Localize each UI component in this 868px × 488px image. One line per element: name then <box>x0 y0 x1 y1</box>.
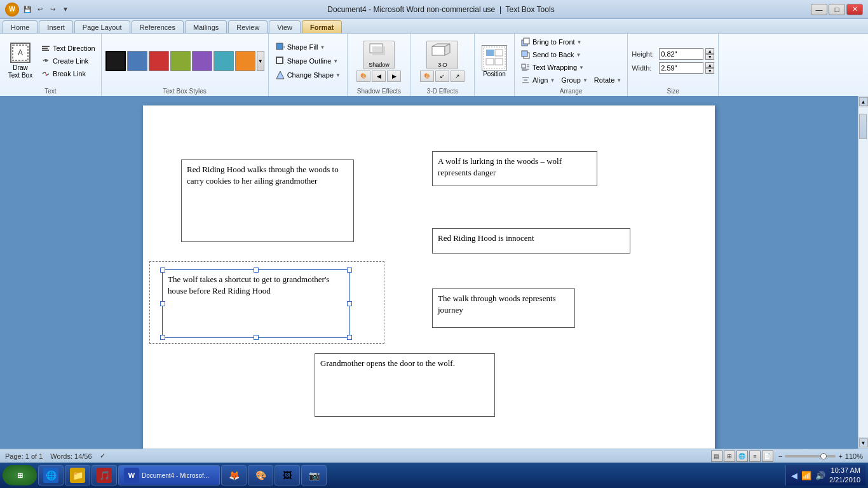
tab-page-layout[interactable]: Page Layout <box>74 20 130 33</box>
tab-insert[interactable]: Insert <box>39 20 73 33</box>
send-to-back-button[interactable]: Send to Back ▼ <box>519 49 623 60</box>
system-clock[interactable]: 10:37 AM 2/21/2010 <box>829 466 860 485</box>
zoom-thumb[interactable] <box>820 453 827 459</box>
handle-tl[interactable] <box>160 268 165 273</box>
swatch-orange[interactable] <box>235 51 255 71</box>
text-box-1[interactable]: Red Riding Hood walks through the woods … <box>181 159 354 242</box>
svg-rect-18 <box>495 58 503 65</box>
height-spin-down[interactable]: ▼ <box>705 54 714 60</box>
media-icon: 🎵 <box>97 468 112 483</box>
handle-tr[interactable] <box>347 268 352 273</box>
width-spin-down[interactable]: ▼ <box>705 68 714 74</box>
taskbar-paint-button[interactable]: 🎨 <box>248 465 273 485</box>
tab-references[interactable]: References <box>132 20 184 33</box>
shape-outline-button[interactable]: Shape Outline ▼ <box>273 55 343 67</box>
dropdown-button[interactable]: ▼ <box>60 4 71 15</box>
handle-ml[interactable] <box>160 301 165 306</box>
swatch-red[interactable] <box>149 51 169 71</box>
swatch-green[interactable] <box>170 51 191 71</box>
text-box-5[interactable]: The walk through woods represents journe… <box>432 288 575 328</box>
text-box-3[interactable]: Red Riding Hood is innocent <box>432 228 630 254</box>
text-box-6[interactable]: Grandmother opens the door to the wolf. <box>315 353 495 417</box>
start-button[interactable]: ⊞ <box>3 465 37 485</box>
close-button[interactable]: ✕ <box>846 4 863 15</box>
ribbon-group-shadow: Shadow 🎨 ◀ ▶ Shadow Effects <box>348 34 411 96</box>
shadow-nudge-left-button[interactable]: ◀ <box>372 71 386 82</box>
position-button[interactable]: Position <box>478 42 510 81</box>
tab-format[interactable]: Format <box>302 20 342 33</box>
create-link-icon <box>41 56 51 66</box>
shadow-effects-button[interactable]: Shadow <box>363 41 395 69</box>
shadow-color-button[interactable]: 🎨 <box>356 71 370 82</box>
web-layout-button[interactable]: 🌐 <box>736 451 748 462</box>
3d-tilt-left-button[interactable]: ↙ <box>435 71 449 82</box>
styles-group-label: Text Box Styles <box>102 88 268 95</box>
handle-bl[interactable] <box>160 335 165 340</box>
bring-front-icon <box>520 37 531 47</box>
zoom-in-button[interactable]: + <box>838 452 842 460</box>
minimize-button[interactable]: — <box>811 4 827 15</box>
change-shape-button[interactable]: Change Shape ▼ <box>273 69 343 81</box>
3d-tilt-right-button[interactable]: ↗ <box>451 71 465 82</box>
redo-button[interactable]: ↪ <box>47 4 58 15</box>
taskbar-firefox-button[interactable]: 🦊 <box>221 465 247 485</box>
scroll-up-button[interactable]: ▲ <box>859 97 868 106</box>
tab-mailings[interactable]: Mailings <box>185 20 227 33</box>
doc-scroll: Red Riding Hood walks through the woods … <box>0 96 858 449</box>
shape-fill-button[interactable]: Shape Fill ▼ <box>273 41 343 53</box>
group-button[interactable]: Group ▼ <box>559 74 590 86</box>
full-screen-button[interactable]: ⊞ <box>724 451 735 462</box>
save-button[interactable]: 💾 <box>22 4 33 15</box>
zoom-slider[interactable] <box>785 455 836 458</box>
text-box-4[interactable]: The wolf takes a shortcut to get to gran… <box>162 269 350 338</box>
tray-arrow-icon[interactable]: ◀ <box>791 471 797 480</box>
tray-network-icon[interactable]: 📶 <box>801 471 811 480</box>
3d-color-button[interactable]: 🎨 <box>420 71 434 82</box>
office-logo[interactable]: W <box>5 3 19 17</box>
3d-effects-button[interactable]: 3-D <box>426 41 458 69</box>
draw-text-box-button[interactable]: A Draw Text Box <box>4 40 37 82</box>
height-input[interactable] <box>659 48 703 60</box>
width-input[interactable] <box>659 62 703 74</box>
bring-to-front-button[interactable]: Bring to Front ▼ <box>519 36 623 48</box>
text-wrapping-button[interactable]: Text Wrapping ▼ <box>519 62 623 73</box>
width-spin-up[interactable]: ▲ <box>705 62 714 68</box>
undo-button[interactable]: ↩ <box>34 4 46 15</box>
tray-volume-icon[interactable]: 🔊 <box>815 471 825 480</box>
taskbar-media-button[interactable]: 🎵 <box>92 465 117 485</box>
tab-home[interactable]: Home <box>3 20 37 33</box>
maximize-button[interactable]: □ <box>829 4 845 15</box>
outline-view-button[interactable]: ≡ <box>749 451 761 462</box>
print-layout-button[interactable]: ▤ <box>711 451 722 462</box>
taskbar-photos-button[interactable]: 🖼 <box>275 465 300 485</box>
handle-tc[interactable] <box>254 268 259 273</box>
scroll-thumb[interactable] <box>859 114 867 139</box>
text-direction-button[interactable]: Text Direction <box>39 43 97 54</box>
taskbar-ie-button[interactable]: 🌐 <box>38 465 64 485</box>
swatch-more-button[interactable]: ▼ <box>257 51 264 71</box>
handle-bc[interactable] <box>254 335 259 340</box>
create-link-button[interactable]: Create Link <box>39 55 97 67</box>
swatch-purple[interactable] <box>192 51 212 71</box>
break-link-button[interactable]: Break Link <box>39 68 97 79</box>
handle-br[interactable] <box>347 335 352 340</box>
swatch-black[interactable] <box>105 51 126 71</box>
vertical-scrollbar[interactable]: ▲ ▼ <box>858 96 868 449</box>
text-box-2[interactable]: A wolf is lurking in the woods – wolf re… <box>432 151 597 186</box>
zoom-out-button[interactable]: − <box>778 452 782 460</box>
taskbar-word-button[interactable]: W Document4 - Microsof... <box>118 465 220 485</box>
align-button[interactable]: Align ▼ <box>519 74 557 86</box>
tab-view[interactable]: View <box>269 20 301 33</box>
handle-mr[interactable] <box>347 301 352 306</box>
taskbar-explorer-button[interactable]: 📁 <box>65 465 90 485</box>
height-spin-up[interactable]: ▲ <box>705 48 714 54</box>
taskbar-media2-button[interactable]: 📷 <box>301 465 327 485</box>
scroll-down-button[interactable]: ▼ <box>859 438 868 447</box>
draft-view-button[interactable]: 📄 <box>762 451 773 462</box>
swatch-blue[interactable] <box>127 51 147 71</box>
tab-review[interactable]: Review <box>228 20 268 33</box>
change-shape-dropdown-arrow: ▼ <box>336 72 341 78</box>
shadow-nudge-right-button[interactable]: ▶ <box>387 71 401 82</box>
swatch-teal[interactable] <box>214 51 234 71</box>
rotate-button[interactable]: Rotate ▼ <box>592 74 623 86</box>
